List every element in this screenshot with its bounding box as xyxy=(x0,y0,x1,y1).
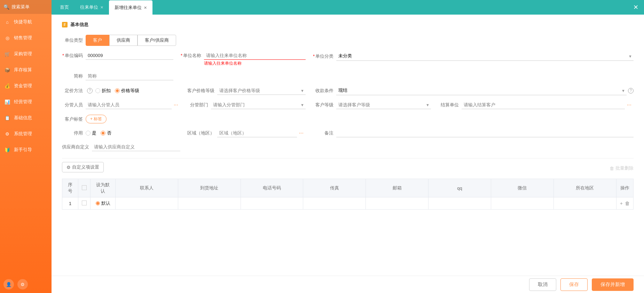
unit-type-customer[interactable]: 客户 xyxy=(86,35,109,46)
unit-name-label: 单位名称 xyxy=(180,52,201,59)
region-dots-btn[interactable]: ··· xyxy=(297,129,306,137)
batch-delete-label[interactable]: 批量删除 xyxy=(615,165,634,171)
cell-wechat[interactable] xyxy=(491,197,554,210)
sidebar-item-operation[interactable]: 📊 经营管理 xyxy=(0,94,52,110)
tab-new-partner-close[interactable]: ✕ xyxy=(144,6,147,10)
cell-fax[interactable] xyxy=(303,197,366,210)
payment-terms-field: 收款条件 现结 ▼ ? xyxy=(313,86,634,95)
note-input[interactable] xyxy=(336,129,634,137)
note-field: 备注 xyxy=(313,129,634,137)
sidebar-item-quick-nav[interactable]: ⌂ 快捷导航 xyxy=(0,14,52,30)
supplier-custom-input[interactable] xyxy=(92,143,180,151)
cell-phone[interactable] xyxy=(241,197,303,210)
email-input[interactable] xyxy=(369,201,425,206)
cell-email[interactable] xyxy=(366,197,429,210)
radio-yes[interactable]: 是 xyxy=(86,130,96,136)
col-wechat: 微信 xyxy=(491,179,554,197)
cell-qq[interactable] xyxy=(429,197,491,210)
col-seq: 序号 xyxy=(62,179,78,197)
add-row-icon[interactable]: + xyxy=(620,201,623,206)
department-input[interactable] xyxy=(211,101,306,109)
tab-partners-close[interactable]: ✕ xyxy=(100,5,103,10)
table-row: 1 默认 xyxy=(62,197,634,210)
cell-contact[interactable] xyxy=(115,197,178,210)
col-action: 操作 xyxy=(616,179,633,197)
settings-icon[interactable]: ⚙ xyxy=(17,279,28,290)
sidebar-item-finance[interactable]: 💰 资金管理 xyxy=(0,78,52,94)
phone-input[interactable] xyxy=(244,201,300,206)
payment-terms-help[interactable]: ? xyxy=(628,88,634,93)
settlement-unit-wrap: ··· xyxy=(462,101,634,109)
customer-price-level-input[interactable] xyxy=(217,87,306,95)
radio-price-level[interactable]: 价格等级 xyxy=(115,88,139,94)
unit-type-supplier[interactable]: 供应商 xyxy=(109,35,138,46)
qq-input[interactable] xyxy=(432,201,487,206)
area-input[interactable] xyxy=(557,201,613,206)
default-radio[interactable] xyxy=(96,201,100,205)
payment-terms-label: 收款条件 xyxy=(313,88,333,94)
search-icon: 🔍 xyxy=(3,4,9,10)
col-address: 到货地址 xyxy=(178,179,241,197)
region-input-wrap: ··· xyxy=(217,129,306,137)
wechat-input[interactable] xyxy=(495,201,550,206)
table-section: ⚙ 自定义项设置 🗑 批量删除 序号 设为默认 联系人 到货地址 电话 xyxy=(62,158,634,210)
radio-discount[interactable]: 折扣 xyxy=(95,88,111,94)
row-checkbox[interactable] xyxy=(82,201,87,205)
col-area: 所在地区 xyxy=(553,179,616,197)
add-tag-button[interactable]: + 标签 xyxy=(86,115,107,123)
unit-name-input[interactable] xyxy=(204,51,306,60)
sidebar-item-system[interactable]: ⚙ 系统管理 xyxy=(0,126,52,142)
sidebar-item-basic[interactable]: 📋 基础信息 xyxy=(0,110,52,126)
sidebar-item-label: 新手引导 xyxy=(14,147,32,153)
settlement-unit-input[interactable] xyxy=(462,101,625,109)
contact-input[interactable] xyxy=(119,201,174,206)
sidebar-item-inventory[interactable]: 📦 库存核算 xyxy=(0,62,52,78)
manager-input[interactable] xyxy=(86,101,172,109)
save-button[interactable]: 保存 xyxy=(560,278,588,291)
tab-bar: 首页 往来单位 ✕ 新增往来单位 ✕ ✕ xyxy=(52,0,644,15)
settlement-dots-btn[interactable]: ··· xyxy=(625,101,634,109)
custom-settings-button[interactable]: ⚙ 自定义项设置 xyxy=(62,162,104,172)
manager-field: 分管人员 ··· xyxy=(62,101,180,109)
delete-row-icon[interactable]: 🗑 xyxy=(625,201,630,206)
col-contact: 联系人 xyxy=(115,179,178,197)
region-input[interactable] xyxy=(217,129,297,137)
short-name-input[interactable] xyxy=(86,72,173,80)
unit-type-both[interactable]: 客户/供应商 xyxy=(138,35,176,46)
sidebar-item-label: 经营管理 xyxy=(14,99,32,105)
radio-no[interactable]: 否 xyxy=(101,130,111,136)
user-avatar[interactable]: 👤 xyxy=(3,279,14,290)
sidebar-item-sales[interactable]: ◎ 销售管理 xyxy=(0,30,52,46)
sidebar-item-guide[interactable]: 🔰 新手引导 xyxy=(0,142,52,158)
tab-partners[interactable]: 往来单位 ✕ xyxy=(74,0,109,15)
unit-type-row: 单位类型 客户 供应商 客户/供应商 xyxy=(62,35,634,46)
sidebar: 🔍 搜索菜单 ⌂ 快捷导航 ◎ 销售管理 🛒 采购管理 📦 库存核算 💰 资金管… xyxy=(0,0,52,293)
sidebar-item-purchase[interactable]: 🛒 采购管理 xyxy=(0,46,52,62)
manager-dots-btn[interactable]: ··· xyxy=(172,101,180,109)
window-close-button[interactable]: ✕ xyxy=(630,3,641,11)
cell-area[interactable] xyxy=(553,197,616,210)
payment-terms-value[interactable]: 现结 xyxy=(336,86,627,95)
tab-home[interactable]: 首页 xyxy=(54,0,74,15)
operation-icon: 📊 xyxy=(3,98,11,106)
manager-row: 分管人员 ··· 分管部门 ▼ 客户等级 ▼ xyxy=(62,101,634,109)
cancel-button[interactable]: 取消 xyxy=(529,278,556,291)
save-add-button[interactable]: 保存并新增 xyxy=(592,278,634,291)
unit-category-value[interactable]: 未分类 xyxy=(336,51,634,61)
sidebar-search[interactable]: 🔍 搜索菜单 xyxy=(0,0,52,14)
cell-seq: 1 xyxy=(62,197,78,210)
sidebar-item-label: 库存核算 xyxy=(14,67,32,73)
address-input[interactable] xyxy=(182,201,237,206)
unit-code-input[interactable] xyxy=(86,51,173,60)
tab-new-partner-label: 新增往来单位 xyxy=(115,5,142,11)
fax-input[interactable] xyxy=(307,201,362,206)
pricing-help-icon[interactable]: ? xyxy=(87,88,93,93)
select-all-checkbox[interactable] xyxy=(82,185,87,190)
tab-partners-label: 往来单位 xyxy=(80,4,98,10)
tab-new-partner[interactable]: 新增往来单位 ✕ xyxy=(109,0,152,15)
customer-tag-field: 客户标签 + 标签 xyxy=(62,115,634,123)
cell-address[interactable] xyxy=(178,197,241,210)
department-field: 分管部门 ▼ xyxy=(187,101,306,109)
basic-icon: 📋 xyxy=(3,114,11,122)
customer-level-input[interactable] xyxy=(336,101,431,109)
